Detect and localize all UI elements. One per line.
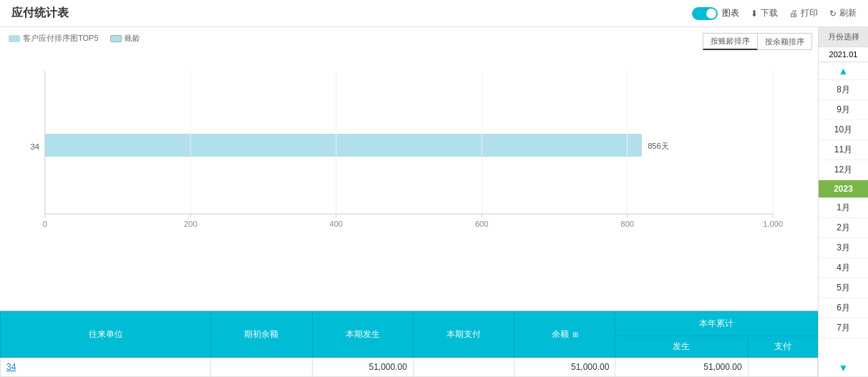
svg-text:400: 400 [329, 220, 343, 228]
month-item-4[interactable]: 4月 [819, 258, 868, 278]
month-list: 8月 9月 10月 11月 12月 2023 1月 2月 3月 4月 5月 6月… [819, 80, 868, 359]
app-header: 应付统计表 图表 ⬇ 下载 🖨 打印 ↻ 刷新 [0, 0, 868, 27]
data-table: 往来单位 期初余额 本期发生 本期支付 余额 ⊞ 本年累计 [0, 311, 818, 377]
scroll-up-button[interactable]: ▲ [819, 62, 868, 80]
legend-label-1: 客户应付排序图TOP5 [23, 33, 99, 44]
print-button[interactable]: 🖨 打印 [789, 7, 818, 19]
col-ytd-occur: 发生 [615, 336, 748, 358]
legend-color-1 [9, 35, 20, 42]
download-icon: ⬇ [751, 9, 758, 19]
col-current-pay: 本期支付 [413, 312, 514, 358]
col-ytd: 本年累计 [615, 312, 818, 336]
print-icon: 🖨 [789, 9, 798, 19]
cell-balance: 51,000.00 [515, 358, 615, 377]
chart-legend: 客户应付排序图TOP5 账龄 [9, 33, 809, 44]
scroll-down-button[interactable]: ▼ [819, 359, 868, 377]
year-input[interactable] [819, 47, 868, 62]
col-balance: 余额 ⊞ [515, 312, 615, 358]
month-item-1[interactable]: 1月 [819, 198, 868, 218]
chart-toggle-label: 图表 [722, 7, 739, 19]
refresh-button[interactable]: ↻ 刷新 [829, 7, 857, 19]
chart-toggle-wrap: 图表 [692, 7, 739, 20]
month-item-6[interactable]: 6月 [819, 298, 868, 318]
svg-text:0: 0 [43, 220, 47, 228]
month-item-3[interactable]: 3月 [819, 238, 868, 258]
cell-opening [211, 358, 312, 377]
table-section: 往来单位 期初余额 本期发生 本期支付 余额 ⊞ 本年累计 [0, 311, 818, 377]
col-incoming: 往来单位 [1, 312, 211, 358]
svg-rect-1 [45, 134, 642, 157]
month-item-7[interactable]: 7月 [819, 318, 868, 338]
right-sidebar: 月份选择 ▲ 8月 9月 10月 11月 12月 2023 1月 2月 3月 4… [818, 27, 868, 377]
month-item-12[interactable]: 12月 [819, 160, 868, 180]
svg-text:600: 600 [475, 220, 489, 228]
chart-svg: 34 856天 0 200 400 [9, 49, 809, 243]
col-ytd-pay: 支付 [748, 336, 817, 358]
svg-text:34: 34 [31, 142, 39, 151]
cell-unit: 34 [1, 358, 211, 377]
cell-ytd-occur: 51,000.00 [615, 358, 748, 377]
legend-color-2 [110, 35, 122, 42]
cell-current-pay [413, 358, 514, 377]
month-item-8[interactable]: 8月 [819, 80, 868, 100]
month-item-11[interactable]: 11月 [819, 140, 868, 160]
svg-text:200: 200 [184, 220, 198, 228]
month-item-2[interactable]: 2月 [819, 218, 868, 238]
month-item-9[interactable]: 9月 [819, 100, 868, 120]
sort-by-balance-button[interactable]: 按账龄排序 [703, 33, 757, 50]
chart-section: 客户应付排序图TOP5 账龄 按账龄排序 按余额排序 34 [0, 27, 818, 311]
cell-current-occur: 51,000.00 [312, 358, 413, 377]
svg-text:856天: 856天 [648, 142, 669, 150]
table-body: 34 51,000.00 51,000.00 51,000.00 [1, 358, 818, 377]
page-title: 应付统计表 [11, 6, 69, 21]
chart-area: 34 856天 0 200 400 [9, 49, 809, 243]
sort-buttons: 按账龄排序 按余额排序 [703, 33, 812, 50]
balance-icon: ⊞ [572, 331, 578, 338]
main-panel: 客户应付排序图TOP5 账龄 按账龄排序 按余额排序 34 [0, 27, 818, 377]
sidebar-header: 月份选择 [819, 27, 868, 47]
chart-toggle[interactable] [692, 7, 718, 20]
month-item-5[interactable]: 5月 [819, 278, 868, 298]
refresh-icon: ↻ [829, 9, 837, 19]
legend-label-2: 账龄 [125, 33, 140, 44]
col-current-occur: 本期发生 [312, 312, 413, 358]
svg-text:800: 800 [620, 220, 634, 228]
table-wrap: 往来单位 期初余额 本期发生 本期支付 余额 ⊞ 本年累计 [0, 311, 818, 377]
svg-text:1,000: 1,000 [763, 220, 783, 228]
table-row: 34 51,000.00 51,000.00 51,000.00 [1, 358, 818, 377]
sort-by-amount-button[interactable]: 按余额排序 [757, 33, 812, 50]
unit-link[interactable]: 34 [6, 362, 16, 372]
cell-ytd-pay [748, 358, 817, 377]
month-item-year-2023[interactable]: 2023 [819, 180, 868, 198]
month-item-10[interactable]: 10月 [819, 120, 868, 140]
legend-item-2: 账龄 [110, 33, 140, 44]
legend-item-1: 客户应付排序图TOP5 [9, 33, 99, 44]
content-area: 客户应付排序图TOP5 账龄 按账龄排序 按余额排序 34 [0, 27, 868, 377]
header-actions: 图表 ⬇ 下载 🖨 打印 ↻ 刷新 [692, 7, 857, 20]
col-opening: 期初余额 [211, 312, 312, 358]
download-button[interactable]: ⬇ 下载 [751, 7, 778, 19]
